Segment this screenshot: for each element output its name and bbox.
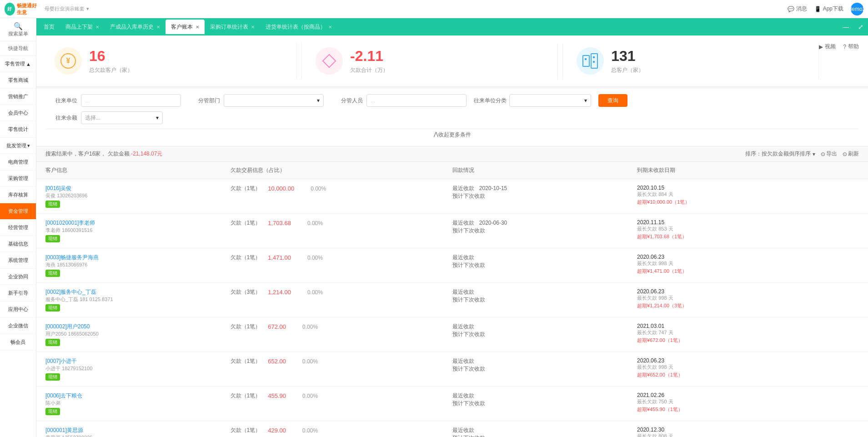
sidebar-item-purchase[interactable]: 采购管理 xyxy=(0,171,36,187)
close-tab-purchase-stats2[interactable]: ✕ xyxy=(328,25,332,30)
sidebar-item-ops[interactable]: 经营管理 xyxy=(0,220,36,236)
app-download-btn[interactable]: 📱 App下载 xyxy=(814,5,843,13)
customer-phone-6: 陈小弟 xyxy=(45,400,231,407)
collapse-btn[interactable]: ⋀ 收起更多条件 xyxy=(45,129,859,141)
tab-product-history[interactable]: 产成品入库单历史 ✕ xyxy=(105,20,166,34)
sidebar-item-basic[interactable]: 基础信息 xyxy=(0,236,36,252)
due-date-6: 2021.02.26 xyxy=(637,392,859,398)
close-tab-product-status[interactable]: ✕ xyxy=(95,25,99,30)
overdue-amount-5: 超期¥652.00（1笔） xyxy=(637,372,859,378)
filter-unit-category-select[interactable]: ▾ xyxy=(509,94,591,107)
filter-dept-label: 分管部门 xyxy=(188,97,220,105)
sidebar-item-apps[interactable]: 应用中心 xyxy=(0,301,36,318)
user-avatar-btn[interactable]: demo2 xyxy=(851,3,863,15)
sidebar-search[interactable]: 🔍 搜索菜单 xyxy=(0,18,36,41)
filter-dept-select[interactable]: ▾ xyxy=(224,94,324,107)
help-btn[interactable]: ? 帮助 xyxy=(843,43,859,50)
tab-product-status[interactable]: 商品上下架 ✕ xyxy=(60,20,105,34)
due-date-1: 2020.11.15 xyxy=(637,219,859,226)
query-button[interactable]: 查询 xyxy=(598,94,627,107)
collapse-icon: ⋀ xyxy=(434,131,438,139)
customer-name-1[interactable]: [0001020001]李老师 xyxy=(45,220,95,226)
customer-phone-7: 黄思源 13552700226 xyxy=(45,434,231,437)
filter-source-unit: 往来单位 ... xyxy=(45,94,181,107)
close-tab-product-history[interactable]: ✕ xyxy=(156,25,160,30)
debt-info-3: 欠款（3笔） 1,214.00 0.00% xyxy=(231,288,452,311)
video-btn[interactable]: ▶ 视频 xyxy=(819,43,836,50)
customer-tag-5: 现销 xyxy=(45,373,60,381)
sidebar-item-retail-stats[interactable]: 零售统计 xyxy=(0,121,36,138)
tab-purchase-stats[interactable]: 采购订单统计表 ✕ xyxy=(205,20,260,34)
tab-bar-actions: — ⤢ xyxy=(840,22,866,31)
next-payment-5: 预计下次收款 xyxy=(452,366,485,372)
debt-ratio-2: 0.00% xyxy=(307,255,323,261)
export-icon: ⊙ xyxy=(821,151,825,157)
sidebar-item-finance[interactable]: 资金管理 xyxy=(0,203,36,220)
close-tab-purchase-stats[interactable]: ✕ xyxy=(251,25,255,30)
arrow-icon: ▲ xyxy=(26,61,31,67)
main-content: ¥ 16 总欠款客户（家） -2.11 xyxy=(36,35,868,437)
col-header-customer: 客户信息 xyxy=(45,166,231,174)
customer-name-3[interactable]: [0002]服务中心_丁磊 xyxy=(45,289,96,295)
tab-customer-account[interactable]: 客户账本 ✕ xyxy=(166,20,205,34)
stat-actions: ▶ 视频 ? 帮助 xyxy=(819,43,859,79)
sidebar-item-guide[interactable]: 新手引导 xyxy=(0,285,36,301)
dept-dropdown-icon: ▾ xyxy=(317,97,320,104)
filter-balance-select[interactable]: 选择... ▾ xyxy=(81,111,163,124)
source-unit-placeholder: ... xyxy=(85,97,90,104)
customer-name-2[interactable]: [0003]畅捷服务尹海燕 xyxy=(45,254,99,261)
next-payment-0: 预计下次收款 xyxy=(452,193,485,199)
sort-select[interactable]: 排序：按欠款金额倒序排序 ▾ xyxy=(745,150,815,158)
maximize-btn[interactable]: ⤢ xyxy=(855,22,866,31)
sidebar-item-weixin[interactable]: 企业微信 xyxy=(0,318,36,334)
minimize-btn[interactable]: — xyxy=(840,22,852,31)
customer-name-6[interactable]: [0006]去下粮仓 xyxy=(45,392,82,399)
due-date-5: 2020.06.23 xyxy=(637,357,859,364)
sidebar-quick-nav[interactable]: 快捷导航 xyxy=(0,41,36,56)
customer-phone-1: 李老师 18600391516 xyxy=(45,227,231,234)
debt-ratio-1: 0.00% xyxy=(307,220,323,226)
sidebar-item-retail-mgmt[interactable]: 零售管理▲ xyxy=(0,56,36,72)
sidebar-item-ecommerce[interactable]: 电商管理 xyxy=(0,154,36,171)
customer-name-5[interactable]: [0007]小进干 xyxy=(45,358,77,364)
table-row: [0001020001]李老师 李老师 18600391516 现销 欠款（1笔… xyxy=(36,214,868,248)
sidebar-item-system[interactable]: 系统管理 xyxy=(0,252,36,269)
filter-source-unit-input[interactable]: ... xyxy=(81,94,181,107)
sidebar-item-retail-mall[interactable]: 零售商城 xyxy=(0,72,36,89)
debt-info-2: 欠款（1笔） 1,471.00 0.00% xyxy=(231,254,452,277)
refresh-btn[interactable]: ⊙ 刷新 xyxy=(843,150,859,158)
sidebar-item-marketing[interactable]: 营销推广 xyxy=(0,89,36,105)
sidebar-item-batch-mgmt[interactable]: 批发管理▾ xyxy=(0,138,36,154)
recovery-info-0: 最近收款 2020-10-15 预计下次收款 xyxy=(452,185,637,208)
message-btn[interactable]: 💬 消息 xyxy=(788,5,807,13)
stat-value-debt-customers: 16 xyxy=(89,48,133,65)
stat-text-debt: 16 总欠款客户（家） xyxy=(89,48,133,74)
debt-amount-6: 455.90 xyxy=(268,392,286,399)
customer-name-7[interactable]: [000001]黄思源 xyxy=(45,427,83,433)
stat-card-debt-customers: ¥ 16 总欠款客户（家） xyxy=(45,43,297,79)
stat-label-total-customers: 总客户（家） xyxy=(611,66,644,74)
dropdown-icon[interactable]: ▾ xyxy=(86,6,89,12)
export-btn[interactable]: ⊙ 导出 xyxy=(821,150,837,158)
customer-info-4: [000002]用户2050 用户2050 18665062050 现销 xyxy=(45,323,231,346)
debt-info-0: 欠款（1笔） 10,000.00 0.00% xyxy=(231,185,452,208)
sidebar-item-member[interactable]: 会员中心 xyxy=(0,105,36,121)
stats-row: ¥ 16 总欠款客户（家） -2.11 xyxy=(36,35,868,87)
customer-info-7: [000001]黄思源 黄思源 13552700226 现销 xyxy=(45,427,231,437)
col-header-due: 到期未收款日期 xyxy=(637,166,859,174)
due-info-4: 2021.03.01 最长欠款 747 天 超期¥672.00（1笔） xyxy=(637,323,859,346)
balance-dropdown-icon: ▾ xyxy=(156,115,159,121)
customer-tag-4: 现销 xyxy=(45,339,60,346)
sidebar-item-vip[interactable]: 畅会员 xyxy=(0,334,36,351)
tab-purchase-stats2[interactable]: 进货单统计表（按商品） ✕ xyxy=(260,20,337,34)
sidebar-item-corp[interactable]: 企业协同 xyxy=(0,269,36,285)
recent-payment-6: 最近收款 xyxy=(452,392,474,399)
recent-payment-4: 最近收款 xyxy=(452,323,474,330)
due-info-1: 2020.11.15 最长欠款 853 天 超期¥1,703.68（1笔） xyxy=(637,219,859,242)
customer-name-4[interactable]: [000002]用户2050 xyxy=(45,323,90,330)
filter-person-input[interactable]: ... xyxy=(366,94,467,107)
sidebar-item-stock[interactable]: 库存核算 xyxy=(0,187,36,203)
tab-home[interactable]: 首页 xyxy=(38,20,60,34)
customer-name-0[interactable]: [0016]吴俊 xyxy=(45,185,71,191)
close-tab-customer-account[interactable]: ✕ xyxy=(196,25,199,30)
